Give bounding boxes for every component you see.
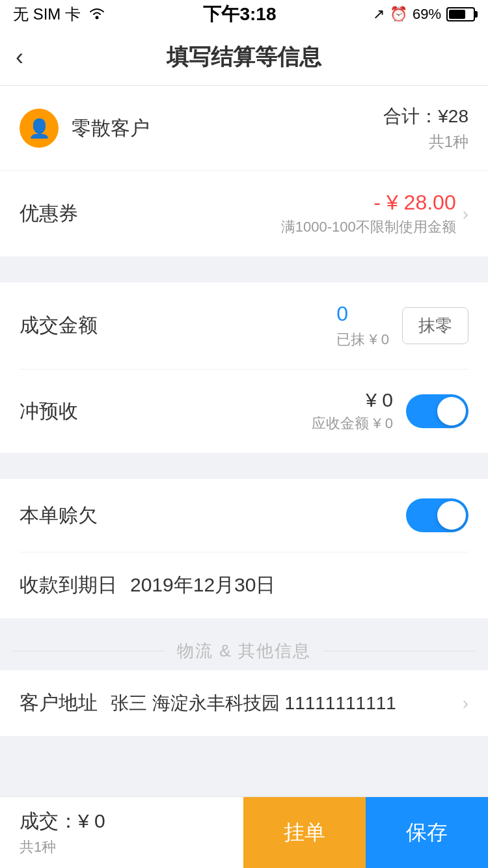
alarm-icon: ⏰ — [390, 6, 407, 23]
amount-label: 成交金额 — [20, 312, 98, 339]
prepay-sub: 应收金额 ¥ 0 — [312, 414, 393, 433]
customer-info: 👤 零散客户 — [20, 109, 150, 148]
status-bar: 无 SIM 卡 下午3:18 ↗ ⏰ 69% — [0, 0, 488, 29]
round-button[interactable]: 抹零 — [402, 307, 468, 344]
person-icon: 👤 — [28, 118, 51, 139]
hold-button[interactable]: 挂单 — [243, 797, 366, 869]
amount-value-block: 0 已抹 ¥ 0 — [336, 302, 389, 349]
toggle-knob — [437, 397, 466, 426]
amount-section: 成交金额 0 已抹 ¥ 0 抹零 冲预收 ¥ 0 应收金额 ¥ 0 — [0, 282, 488, 453]
coupon-row[interactable]: 优惠券 - ¥ 28.00 满1000-100不限制使用金额 › — [0, 170, 488, 256]
sim-status: 无 SIM 卡 — [13, 4, 81, 25]
battery-percent: 69% — [413, 6, 441, 23]
address-chevron-icon: › — [463, 693, 468, 714]
customer-avatar: 👤 — [20, 109, 59, 148]
prepay-toggle[interactable] — [406, 394, 468, 428]
amount-value: 0 — [336, 302, 389, 326]
logistics-text: 物流 & 其他信息 — [177, 640, 311, 662]
main-content: 👤 零散客户 合计：¥28 共1种 优惠券 - ¥ 28.00 满1000-10… — [0, 86, 488, 827]
section-divider-1 — [0, 269, 488, 282]
coupon-right: - ¥ 28.00 满1000-100不限制使用金额 › — [281, 191, 468, 237]
coupon-label: 优惠券 — [20, 200, 78, 227]
amount-sub: 已抹 ¥ 0 — [336, 330, 389, 349]
address-row[interactable]: 客户地址 张三 海淀永丰科技园 11111111111 › — [20, 670, 468, 736]
location-icon: ↗ — [373, 6, 385, 23]
due-date-value: 2019年12月30日 — [130, 572, 275, 599]
divider-line-left — [13, 651, 164, 651]
address-label: 客户地址 — [20, 690, 98, 716]
chevron-right-icon: › — [463, 204, 468, 224]
address-value: 张三 海淀永丰科技园 11111111111 — [111, 691, 450, 716]
coupon-value-block: - ¥ 28.00 满1000-100不限制使用金额 — [281, 191, 456, 237]
due-date-row: 收款到期日 2019年12月30日 — [20, 552, 468, 618]
prepay-value: ¥ 0 — [312, 389, 393, 411]
coupon-description: 满1000-100不限制使用金额 — [281, 217, 456, 237]
customer-total: 合计：¥28 — [383, 104, 468, 129]
deal-value: ¥ 0 — [78, 810, 105, 832]
bottom-count: 共1种 — [20, 837, 224, 857]
bottom-summary: 成交：¥ 0 共1种 — [0, 808, 243, 857]
debt-toggle[interactable] — [406, 498, 468, 532]
coupon-discount: - ¥ 28.00 — [281, 191, 456, 215]
wifi-icon — [87, 5, 107, 23]
bottom-bar: 成交：¥ 0 共1种 挂单 保存 — [0, 796, 488, 868]
battery-icon — [446, 7, 475, 21]
deal-label: 成交： — [20, 810, 78, 832]
due-date-label: 收款到期日 — [20, 572, 117, 599]
prepay-value-block: ¥ 0 应收金额 ¥ 0 — [312, 389, 393, 433]
section-divider-2 — [0, 466, 488, 479]
status-time: 下午3:18 — [203, 2, 276, 27]
debt-section: 本单赊欠 收款到期日 2019年12月30日 — [0, 479, 488, 618]
address-section: 客户地址 张三 海淀永丰科技园 11111111111 › — [0, 670, 488, 736]
amount-row: 成交金额 0 已抹 ¥ 0 抹零 — [20, 282, 468, 370]
divider-line-right — [324, 651, 475, 651]
save-button[interactable]: 保存 — [366, 797, 488, 869]
back-button[interactable]: ‹ — [16, 44, 23, 71]
prepay-label: 冲预收 — [20, 398, 78, 425]
customer-card: 👤 零散客户 合计：¥28 共1种 优惠券 - ¥ 28.00 满1000-10… — [0, 86, 488, 256]
customer-count: 共1种 — [383, 131, 468, 152]
status-right: ↗ ⏰ 69% — [373, 6, 475, 23]
prepay-right: ¥ 0 应收金额 ¥ 0 — [312, 389, 468, 433]
page-title: 填写结算等信息 — [167, 42, 321, 72]
customer-row: 👤 零散客户 合计：¥28 共1种 — [0, 86, 488, 170]
debt-label: 本单赊欠 — [20, 502, 98, 529]
prepay-row: 冲预收 ¥ 0 应收金额 ¥ 0 — [20, 370, 468, 453]
status-left: 无 SIM 卡 — [13, 4, 107, 25]
logistics-divider: 物流 & 其他信息 — [0, 631, 488, 670]
debt-row: 本单赊欠 — [20, 479, 468, 552]
bottom-deal: 成交：¥ 0 — [20, 808, 224, 835]
amount-right: 0 已抹 ¥ 0 抹零 — [336, 302, 468, 349]
debt-toggle-knob — [437, 501, 466, 530]
customer-name: 零散客户 — [72, 115, 150, 142]
svg-point-0 — [96, 16, 99, 20]
nav-bar: ‹ 填写结算等信息 — [0, 29, 488, 86]
customer-total-block: 合计：¥28 共1种 — [383, 104, 468, 152]
